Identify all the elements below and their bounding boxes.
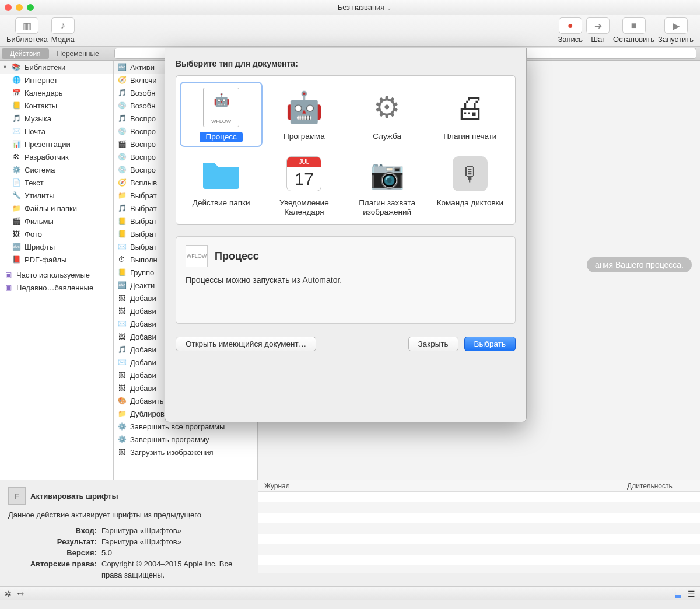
doc-type-gear[interactable]: ⚙Служба <box>347 83 428 146</box>
doc-type-folder[interactable]: Действие папки <box>181 149 261 220</box>
workflow-hint: ания Вашего процесса. <box>587 257 692 272</box>
doc-type-camera[interactable]: 📷Плагин захвата изображений <box>347 149 428 220</box>
view-list-icon[interactable]: ☰ <box>688 589 695 598</box>
category-icon: 📄 <box>12 178 21 187</box>
action-icon: 🖼 <box>117 383 127 393</box>
action-icon: 🎨 <box>117 396 127 405</box>
sidebar-item-label: Текст <box>24 178 44 187</box>
action-icon: 🎬 <box>117 139 127 149</box>
sidebar-item-label: Контакты <box>24 102 57 110</box>
log-col-duration[interactable]: Длительность <box>621 482 700 490</box>
library-button[interactable]: ▥Библиотека <box>6 18 48 44</box>
mic-icon: 🎙 <box>448 152 492 196</box>
sidebar-item-label: Шрифты <box>24 243 55 251</box>
sidebar-item[interactable]: 📄Текст <box>0 176 113 189</box>
doc-type-printer[interactable]: 🖨Плагин печати <box>430 83 510 146</box>
action-label: Завершить программу <box>130 435 209 444</box>
action-label: Воспро <box>130 166 156 174</box>
sidebar-item-label: Почта <box>24 127 46 136</box>
gear-icon: ⚙ <box>365 85 410 130</box>
action-label: Загрузить изображения <box>130 448 214 457</box>
doc-type-label: Программа <box>284 132 325 141</box>
sidebar-item[interactable]: 🔧Утилиты <box>0 189 113 202</box>
log-col-journal[interactable]: Журнал <box>258 482 621 490</box>
doc-type-wflow[interactable]: 🤖WFLOWПроцесс <box>181 83 261 146</box>
media-button[interactable]: ♪Медиа <box>51 18 75 44</box>
stop-button[interactable]: ■Остановить <box>613 18 654 44</box>
doc-type-mic[interactable]: 🎙Команда диктовки <box>430 149 510 220</box>
doc-type-label: Уведомление Календаря <box>265 198 343 217</box>
category-icon: 🔧 <box>12 191 21 200</box>
category-icon: 🎵 <box>12 114 21 123</box>
sidebar-recent[interactable]: ▣Недавно…бавленные <box>0 281 113 294</box>
action-icon: 🧭 <box>117 178 127 187</box>
action-row[interactable]: 🖼Загрузить изображения <box>114 446 257 459</box>
sidebar-item-label: Презентации <box>24 140 71 149</box>
action-icon: 📒 <box>117 268 127 277</box>
sidebar-item-label: Утилиты <box>24 191 55 200</box>
sidebar-item[interactable]: 🎬Фильмы <box>0 215 113 228</box>
new-document-sheet: Выберите тип для документа: 🤖WFLOWПроцес… <box>164 48 527 422</box>
sidebar-item-label: PDF-файлы <box>24 256 66 264</box>
action-label: Добави <box>130 294 156 303</box>
calendar-icon: JUL17 <box>282 152 326 196</box>
minimize-window-icon[interactable] <box>16 4 23 11</box>
disclosure-triangle-icon[interactable]: ▼ <box>2 64 8 70</box>
run-button[interactable]: ▶Запустить <box>658 18 694 44</box>
category-icon: 📅 <box>12 88 21 97</box>
action-info-desc: Данное действие активирует шрифты из пре… <box>8 510 250 519</box>
action-row[interactable]: ⚙️Завершить программу <box>114 433 257 446</box>
close-button[interactable]: Закрыть <box>408 337 459 351</box>
choose-button[interactable]: Выбрать <box>464 337 516 351</box>
sidebar-item[interactable]: ✉️Почта <box>0 125 113 138</box>
document-type-grid: 🤖WFLOWПроцесс🤖Программа⚙Служба🖨Плагин пе… <box>176 75 516 225</box>
sidebar-item-label: Файлы и папки <box>24 204 77 213</box>
info-panel: FАктивировать шрифты Данное действие акт… <box>0 480 700 586</box>
action-icon: 🎵 <box>117 114 127 123</box>
tab-variables[interactable]: Переменные <box>49 48 107 59</box>
open-existing-button[interactable]: Открыть имеющийся документ… <box>176 337 316 351</box>
category-icon: 🖼 <box>12 229 21 239</box>
sidebar-item[interactable]: 📕PDF-файлы <box>0 253 113 266</box>
sidebar-item[interactable]: 🔤Шрифты <box>0 240 113 253</box>
close-window-icon[interactable] <box>5 4 12 11</box>
sidebar-item[interactable]: 📒Контакты <box>0 99 113 112</box>
sidebar-item-label: Интернет <box>24 76 58 85</box>
zoom-window-icon[interactable] <box>27 4 34 11</box>
action-icon: 🖼 <box>117 306 127 316</box>
action-label: Выбрат <box>130 191 157 200</box>
action-icon: ✉️ <box>117 319 127 328</box>
sidebar-item[interactable]: ⚙️Система <box>0 163 113 176</box>
sidebar-header-libraries[interactable]: ▼📚Библиотеки <box>0 61 113 74</box>
sidebar-item[interactable]: 🌐Интернет <box>0 74 113 86</box>
action-icon: 💿 <box>117 101 127 110</box>
view-flow-icon[interactable]: ▤ <box>674 589 682 598</box>
status-bar: ✲ ⤢ ▤ ☰ <box>0 586 700 600</box>
doc-type-calendar[interactable]: JUL17Уведомление Календаря <box>264 149 344 220</box>
doc-type-robot[interactable]: 🤖Программа <box>264 83 344 146</box>
sidebar-item[interactable]: 📁Файлы и папки <box>0 202 113 215</box>
sidebar-item[interactable]: 🖼Фото <box>0 228 113 240</box>
category-icon: 📁 <box>12 204 21 213</box>
expand-icon[interactable]: ⤢ <box>15 588 27 600</box>
font-icon: F <box>8 487 26 505</box>
sidebar-item[interactable]: 🎵Музыка <box>0 112 113 125</box>
gear-icon[interactable]: ✲ <box>5 589 12 598</box>
sidebar-item[interactable]: 📊Презентации <box>0 138 113 150</box>
tab-actions[interactable]: Действия <box>2 48 49 59</box>
record-button[interactable]: ●Запись <box>558 18 583 44</box>
action-icon: ✉️ <box>117 242 127 251</box>
action-icon: 🔤 <box>117 62 127 72</box>
sidebar-item[interactable]: 🛠Разработчик <box>0 150 113 163</box>
step-button[interactable]: ➔Шаг <box>586 18 610 44</box>
chevron-down-icon[interactable]: ⌄ <box>387 5 391 11</box>
action-label: Возобн <box>130 102 155 110</box>
log-header: Журнал Длительность <box>258 480 700 492</box>
action-label: Выбрат <box>130 217 157 226</box>
action-label: Активи <box>130 63 155 72</box>
action-icon: 📁 <box>117 191 127 200</box>
sidebar-item[interactable]: 📅Календарь <box>0 86 113 99</box>
action-label: Воспро <box>130 127 156 136</box>
action-icon: 🔤 <box>117 281 127 290</box>
sidebar-frequent[interactable]: ▣Часто используемые <box>0 268 113 281</box>
